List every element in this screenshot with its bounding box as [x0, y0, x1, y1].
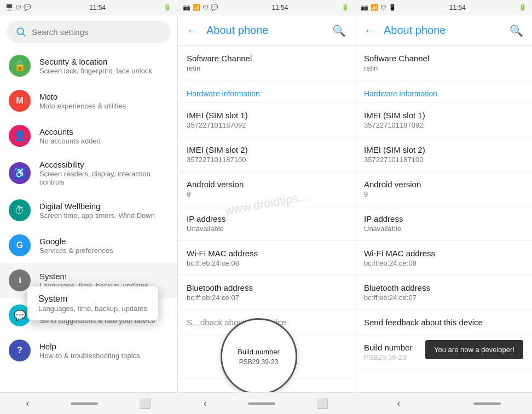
accessibility-icon: ♿: [9, 162, 31, 184]
status-icons-right: 📷 📶 🛡 📱: [361, 4, 396, 11]
shield-icon-right: 🛡: [380, 4, 386, 11]
notification-icon: 🖥️: [5, 4, 13, 11]
back-icon-right[interactable]: ←: [364, 24, 375, 37]
accounts-subtitle: No accounts added: [39, 137, 169, 145]
shield-icon-mid: 🛡: [203, 4, 209, 11]
software-channel-mid[interactable]: Software Channel retin: [178, 46, 355, 81]
accounts-title: Accounts: [39, 127, 169, 136]
signal-icon: 📶: [193, 4, 200, 11]
ip-address-mid[interactable]: IP address Unavailable: [178, 206, 355, 241]
back-button-right[interactable]: ‹: [386, 395, 411, 411]
build-number-value: PSB29.39-23: [239, 358, 278, 366]
signal-icon-right: 📶: [371, 4, 378, 11]
sidebar-item-moto[interactable]: M Moto Moto experiences & utilities: [0, 83, 177, 118]
moto-title: Moto: [39, 92, 169, 101]
system-icon: ℹ: [9, 269, 31, 291]
battery-icon-right: 🔋: [519, 4, 527, 11]
bluetooth-mid[interactable]: Bluetooth address bc:ff:eb:24:ce:07: [178, 275, 355, 310]
google-icon: G: [9, 234, 31, 256]
system-title: System: [39, 272, 169, 281]
search-icon-mid[interactable]: 🔍: [332, 24, 346, 37]
recents-button-left[interactable]: ⬜: [128, 395, 162, 412]
security-subtitle: Screen lock, fingerprint, face unlock: [39, 67, 169, 75]
security-title: Security & location: [39, 57, 169, 66]
time-left: 11:54: [89, 4, 106, 12]
system-tooltip: System Languages, time, backup, updates: [27, 286, 158, 320]
message-icon: 💬: [24, 4, 31, 11]
android-version-right[interactable]: Android version 9: [355, 172, 532, 206]
build-circle[interactable]: Build number PSB29.39-23: [221, 318, 297, 392]
accessibility-title: Accessibility: [39, 160, 169, 169]
hardware-section-mid: Hardware information: [178, 81, 355, 103]
imei2-right[interactable]: IMEI (SIM slot 2) 357227101187100: [355, 137, 532, 172]
time-right: 11:54: [449, 4, 466, 12]
back-button-left[interactable]: ‹: [15, 395, 41, 411]
about-panel-right: ← About phone 🔍 Software Channel retin H…: [355, 15, 532, 392]
search-bar[interactable]: [7, 21, 171, 43]
main-content: 🔒 Security & location Screen lock, finge…: [0, 15, 532, 392]
sidebar-item-accounts[interactable]: 👤 Accounts No accounts added: [0, 118, 177, 153]
tooltip-title: System: [38, 294, 147, 304]
google-title: Google: [39, 237, 169, 246]
bottom-nav-mid: ‹ ⬜: [177, 393, 355, 414]
accessibility-subtitle: Screen readers, display, interaction con…: [39, 170, 169, 186]
accounts-icon: 👤: [9, 125, 31, 147]
sidebar-item-digitalwellbeing[interactable]: ⏱ Digital Wellbeing Screen time, app tim…: [0, 193, 177, 228]
about-header-right: ← About phone 🔍: [355, 15, 532, 46]
about-title-right: About phone: [384, 24, 510, 37]
software-channel-value-mid: retin: [187, 64, 346, 72]
search-icon-right[interactable]: 🔍: [510, 24, 523, 37]
status-bar: 🖥️ 🛡 💬 11:54 🔋 📷 📶 🛡 💬 11:54 🔋 📷 📶 🛡 📱 1…: [0, 0, 532, 15]
right-icons-right: 🔋: [519, 4, 527, 11]
imei1-mid[interactable]: IMEI (SIM slot 1) 357227101187092: [178, 103, 355, 137]
google-subtitle: Services & preferences: [39, 246, 169, 255]
tooltip-subtitle: Languages, time, backup, updates: [38, 304, 147, 313]
right-icons-mid: 🔋: [342, 4, 349, 11]
wellbeing-subtitle: Screen time, app timers, Wind Down: [39, 211, 169, 220]
status-icons-left: 🖥️ 🛡 💬: [5, 4, 31, 11]
about-header-mid: ← About phone 🔍: [178, 15, 355, 46]
ip-address-right[interactable]: IP address Unavailable: [355, 206, 532, 241]
home-pill-mid[interactable]: [248, 403, 275, 405]
wifi-mac-right[interactable]: Wi-Fi MAC address bc:ff:eb:24:ce:08: [355, 241, 532, 275]
imei1-right[interactable]: IMEI (SIM slot 1) 357227101187092: [355, 103, 532, 137]
sidebar-item-help[interactable]: ? Help How-to & troubleshooting topics: [0, 333, 177, 368]
bluetooth-right[interactable]: Bluetooth address bc:ff:eb:24:ce:07: [355, 275, 532, 310]
settings-list: 🔒 Security & location Screen lock, finge…: [0, 48, 177, 392]
wifi-mac-mid[interactable]: Wi-Fi MAC address bc:ff:eb:24:ce:08: [178, 241, 355, 275]
android-version-mid[interactable]: Android version 9: [178, 172, 355, 206]
battery-icon-left: 🔋: [164, 4, 171, 11]
sidebar-item-security[interactable]: 🔒 Security & location Screen lock, finge…: [0, 48, 177, 83]
about-list-right: Software Channel retin Hardware informat…: [355, 46, 532, 392]
camera-icon-right: 📷: [361, 4, 368, 11]
bottom-nav-right: ‹: [355, 393, 532, 414]
msg-icon-mid: 💬: [211, 4, 218, 11]
home-pill-left[interactable]: [71, 403, 98, 405]
sidebar-item-accessibility[interactable]: ♿ Accessibility Screen readers, display,…: [0, 153, 177, 193]
bottom-nav-left: ‹ ⬜: [0, 393, 177, 414]
right-icons-left: 🔋: [164, 4, 171, 11]
status-section-right: 📷 📶 🛡 📱 11:54 🔋: [355, 4, 532, 12]
sidebar-item-google[interactable]: G Google Services & preferences: [0, 228, 177, 263]
about-title-mid: About phone: [206, 24, 332, 37]
software-channel-right[interactable]: Software Channel retin: [355, 46, 532, 81]
wellbeing-title: Digital Wellbeing: [39, 202, 169, 211]
build-number-mid[interactable]: Build number PSB29.39-23: [178, 335, 355, 379]
back-icon-mid[interactable]: ←: [187, 24, 198, 37]
imei2-mid[interactable]: IMEI (SIM slot 2) 357227101187100: [178, 137, 355, 172]
search-input[interactable]: [32, 27, 162, 37]
moto-subtitle: Moto experiences & utilities: [39, 102, 169, 110]
camera-icon: 📷: [183, 4, 190, 11]
home-pill-right[interactable]: [473, 403, 501, 405]
recents-button-mid[interactable]: ⬜: [305, 395, 339, 412]
bottom-nav: ‹ ⬜ ‹ ⬜ ‹: [0, 392, 532, 414]
security-icon: 🔒: [9, 55, 31, 77]
about-panel-mid: ← About phone 🔍 Software Channel retin H…: [178, 15, 355, 392]
wellbeing-icon: ⏱: [9, 199, 31, 221]
status-section-mid: 📷 📶 🛡 💬 11:54 🔋: [177, 4, 355, 12]
help-subtitle: How-to & troubleshooting topics: [39, 352, 169, 360]
send-feedback-right[interactable]: Send feedback about this device: [355, 310, 532, 335]
back-button-mid[interactable]: ‹: [193, 395, 218, 411]
help-icon: ?: [9, 340, 31, 361]
search-icon: [15, 26, 26, 37]
